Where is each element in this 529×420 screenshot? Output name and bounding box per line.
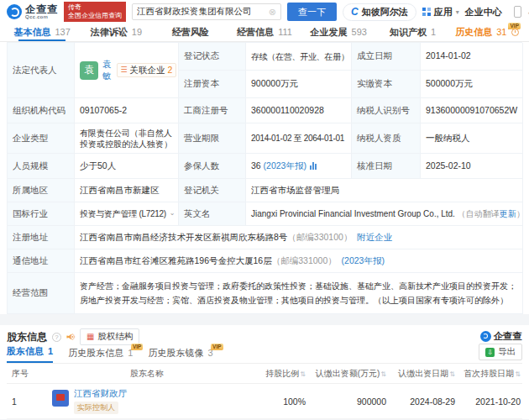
avatar: 袁	[80, 61, 98, 80]
tab-basic-info[interactable]: 基本信息 137	[5, 24, 79, 41]
paid-capital-label: 实缴资本	[352, 71, 421, 98]
tab-count: 31	[496, 27, 506, 37]
col-no: 序号	[7, 368, 42, 380]
tree-icon: ▦	[86, 333, 94, 341]
row-amount: 900000	[306, 396, 386, 407]
col-ratio-label: 持股比例	[265, 369, 299, 378]
industry-value: 投资与资产管理 (L7212)	[80, 208, 166, 219]
trend-chart-icon[interactable]	[310, 162, 317, 170]
row-ratio: 100%	[252, 396, 306, 407]
col-date[interactable]: 认缴出资日期⇅	[386, 368, 455, 380]
enterprise-center-link[interactable]: 企业中心	[465, 6, 502, 18]
tab-shareholders-history[interactable]: VIP 历史股东信息 1	[68, 347, 133, 363]
sort-icon[interactable]: ⇅	[380, 370, 386, 378]
company-type-value: 有限责任公司（非自然人投资或控股的法人独资）	[75, 123, 179, 154]
search-button[interactable]: 查一下	[287, 3, 337, 21]
enterprise-center-label: 企业中心	[465, 6, 502, 18]
col-name: 股东名称	[42, 368, 252, 380]
sort-icon[interactable]: ⇅	[449, 370, 455, 378]
tab-operation[interactable]: 经营信息 111	[228, 24, 301, 41]
apps-grid-icon	[422, 8, 431, 16]
col-amount[interactable]: 认缴出资额(万元)⇅	[306, 368, 386, 380]
insured-value-cell: 36 (2023年报)	[246, 154, 352, 179]
shareholders-table: 序号 股东名称 持股比例⇅ 认缴出资额(万元)⇅ 认缴出资日期⇅ 首次持股日期⇅…	[7, 364, 522, 419]
tax-id-label: 纳税人识别号	[352, 98, 421, 123]
zhibi-alpha-button[interactable]: C 知彼阿尔法	[343, 3, 416, 21]
translate-update-link[interactable]: 更新	[500, 208, 516, 219]
tab-count: 111	[278, 27, 292, 37]
equity-structure-label: 股权结构	[97, 331, 133, 343]
tab-label: 历史信息	[455, 27, 492, 37]
qcc-logo[interactable]: 企查查 Qcc.com	[7, 4, 58, 19]
apps-menu[interactable]: 应用 ▾	[422, 6, 459, 18]
mail-addr-cell: 江西省南昌市红谷滩区雅苑路196号金控大厦16层 （邮编331000） (202…	[75, 249, 523, 273]
tab-label: 经营风险	[172, 27, 209, 37]
qcc-logo-text: 企查查	[25, 4, 58, 14]
reg-addr-label: 注册地址	[8, 226, 75, 249]
company-type-label: 企业类型	[8, 123, 75, 154]
col-first[interactable]: 首次持股日期⇅	[455, 368, 522, 380]
help-icon[interactable]: ?	[52, 333, 61, 342]
authority-value: 江西省市场监督管理局	[246, 179, 523, 202]
tab-shareholders-current[interactable]: 股东信息 1	[7, 345, 53, 363]
tab-legal[interactable]: 法律诉讼 19	[79, 24, 153, 41]
tab-count: 19	[132, 27, 142, 37]
tab-label: 基本信息	[13, 27, 50, 37]
tab-history[interactable]: VIP 历史信息 31	[450, 24, 524, 41]
chevron-down-icon[interactable]: ⌄	[170, 209, 175, 218]
col-first-label: 首次持股日期	[464, 369, 514, 378]
qcc-logo-icon	[7, 4, 22, 19]
org-code-value: 09107065-2	[75, 98, 179, 123]
sort-icon[interactable]: ⇅	[300, 370, 306, 378]
basic-info-section: 法定代表人 袁 袁敏 ☰ 关联企业 2 登记状态 存续（在营、开业、在册） 成立…	[0, 42, 529, 314]
reg-addr-value: 江西省南昌市南昌经济技术开发区新祺周欣东杨路8号	[80, 232, 287, 244]
equity-structure-button[interactable]: ▦ 股权结构	[80, 328, 139, 345]
table-row: 1 江西省财政厅 实际控制人 100% 900000 2024-08-29 20…	[7, 384, 522, 419]
tax-id-value: 91360000091070652W	[421, 98, 523, 123]
tab-ip[interactable]: 知识产权 1	[375, 24, 449, 41]
biz-term-value: 2014-01-02 至 2064-01-01	[246, 123, 352, 154]
nearby-companies-link[interactable]: 附近企业	[357, 232, 392, 244]
clear-icon[interactable]: ⊗	[269, 8, 276, 17]
row-no: 1	[7, 396, 42, 407]
en-name-label: 英文名	[179, 202, 246, 226]
search-box[interactable]: ⊗	[132, 3, 281, 20]
basic-info-table: 法定代表人 袁 袁敏 ☰ 关联企业 2 登记状态 存续（在营、开业、在册） 成立…	[7, 42, 522, 314]
related-companies-button[interactable]: ☰ 关联企业 2	[117, 63, 177, 78]
related-label: 关联企业	[130, 65, 165, 76]
mobile-app-icon[interactable]	[514, 6, 521, 18]
tab-shareholders-mirror[interactable]: VIP 历史股东镜像 3	[148, 347, 212, 363]
tab-label: 知识产权	[390, 27, 427, 37]
tab-development[interactable]: 企业发展 593	[301, 24, 375, 41]
taxpayer-label: 纳税人资质	[352, 123, 421, 154]
annual-report-link[interactable]: (2023年报)	[264, 160, 306, 172]
export-button[interactable]: ⇩ 导出	[479, 344, 522, 360]
taxpayer-value: 一般纳税人	[421, 123, 523, 154]
scope-value: 资产经营；金融服务项目投资与管理；政府委托的政策性投资；基础设施、基础产业、高新…	[75, 273, 523, 314]
vip-badge: VIP	[131, 344, 143, 350]
reg-status-label: 登记状态	[179, 43, 246, 71]
org-chart-icon: ☰	[121, 66, 128, 76]
zhibi-label: 知彼阿尔法	[362, 6, 408, 18]
search-input[interactable]	[137, 7, 265, 17]
region-label: 所属地区	[8, 179, 75, 202]
col-ratio[interactable]: 持股比例⇅	[252, 368, 306, 380]
shareholder-link[interactable]: 江西省财政厅	[74, 388, 127, 400]
mail-addr-zip: （邮编331000）	[272, 255, 337, 267]
legal-rep-link[interactable]: 袁敏	[102, 59, 112, 81]
reg-addr-zip: （邮编330100）	[287, 232, 352, 244]
announcement-icon[interactable]: 📢︎	[66, 333, 75, 342]
est-date-label: 成立日期	[352, 43, 421, 71]
reg-addr-cell: 江西省南昌市南昌经济技术开发区新祺周欣东杨路8号 （邮编330100） 附近企业	[75, 226, 523, 249]
insured-count: 36	[251, 160, 261, 172]
qcc-watermark: 企查查	[480, 330, 523, 343]
table-header-row: 序号 股东名称 持股比例⇅ 认缴出资额(万元)⇅ 认缴出资日期⇅ 首次持股日期⇅	[7, 364, 522, 384]
annual-report-link[interactable]: (2023年报)	[342, 255, 385, 267]
reg-capital-label: 注册资本	[179, 71, 246, 98]
chevron-down-icon: ▾	[456, 8, 459, 16]
legal-rep-cell: 袁 袁敏 ☰ 关联企业 2	[75, 43, 179, 98]
auto-translate-note: （自动翻译	[458, 208, 500, 219]
tab-risk[interactable]: 经营风险	[154, 24, 228, 41]
sort-icon[interactable]: ⇅	[515, 370, 521, 378]
biz-reg-no-label: 工商注册号	[179, 98, 246, 123]
